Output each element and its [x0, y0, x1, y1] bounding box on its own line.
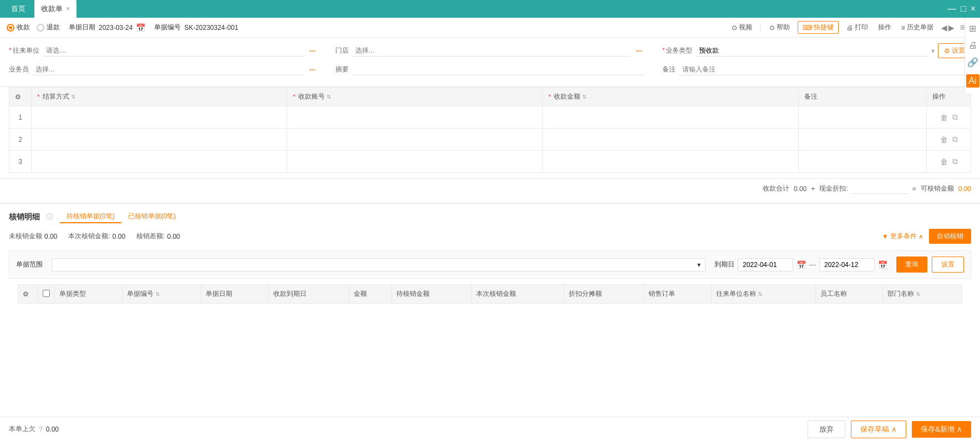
form-row-1: *往来单位 ··· 门店 ··· *业务类型 ▾ [9, 43, 971, 58]
window-maximize[interactable]: □ [961, 4, 966, 14]
tab-active[interactable]: 收款单 × [34, 0, 76, 18]
row-amount[interactable] [543, 129, 798, 151]
date-from-input[interactable] [738, 258, 793, 271]
row-amount[interactable] [543, 151, 798, 173]
sidebar-table-icon[interactable]: ⊞ [969, 23, 976, 34]
delete-icon[interactable]: 🗑 [940, 113, 948, 122]
right-sidebar: ⊞ 🖨 🔗 Ai [964, 18, 980, 93]
this-time-stat: 本次核销金额: 0.00 [68, 232, 125, 241]
bottom-col-counterpart: 往来单位名称⇅ [712, 285, 816, 304]
radio-refund[interactable]: 退款 [37, 23, 60, 32]
print-btn[interactable]: 🖨 打印 [844, 22, 870, 33]
chevron-down-icon[interactable]: ▾ [931, 47, 935, 55]
filter-settings-btn[interactable]: 设置 [932, 257, 964, 273]
hexiao-tabs: 待核销单据(0笔) 已核销单据(0笔) [60, 211, 182, 223]
radio-refund-label: 退款 [47, 23, 60, 32]
window-close[interactable]: × [971, 4, 976, 14]
info-icon[interactable]: ⓘ [47, 212, 53, 222]
query-btn[interactable]: 查询 [896, 257, 927, 273]
row-amount[interactable] [543, 106, 798, 129]
tab-close-icon[interactable]: × [66, 0, 70, 18]
row-settlement[interactable] [32, 129, 287, 151]
salesperson-field: 业务员 ··· [9, 64, 318, 75]
quota-info-icon[interactable]: ? [39, 425, 43, 433]
abandon-btn[interactable]: 放弃 [808, 421, 845, 438]
tab-pending[interactable]: 待核销单据(0笔) [60, 211, 121, 223]
more-conditions-label: 更多条件 [890, 232, 917, 241]
discount-input[interactable] [853, 183, 908, 194]
counterpart-more-btn[interactable]: ··· [307, 47, 318, 55]
summary-input[interactable] [352, 64, 644, 75]
bottom-col-type: 单据类型 [55, 285, 122, 304]
save-draft-btn[interactable]: 保存草稿 ∧ [851, 421, 906, 438]
bottom-gear-icon[interactable]: ⚙ [23, 290, 29, 298]
toolbar: 收款 退款 单据日期 2023-03-24 📅 单据编号 SK-20230324… [0, 18, 980, 38]
sidebar-ai-icon[interactable]: Ai [966, 74, 979, 88]
copy-icon[interactable]: ⧉ [952, 157, 958, 166]
notes-input[interactable] [679, 64, 971, 75]
salesperson-input[interactable] [32, 64, 304, 75]
notes-field: 备注 [662, 64, 971, 75]
save-chevron-icon: ∧ [957, 425, 962, 433]
tab-done[interactable]: 已核销单据(0笔) [121, 211, 183, 223]
save-new-btn[interactable]: 保存&新增 ∧ [912, 421, 971, 438]
sidebar-print-icon[interactable]: 🖨 [968, 40, 977, 50]
radio-receipt[interactable]: 收款 [7, 23, 30, 32]
range-select[interactable]: ▾ [52, 258, 706, 271]
save-label: 保存&新增 [921, 424, 955, 434]
row-settlement[interactable] [32, 151, 287, 173]
net-label: 可核销金额 [921, 184, 954, 193]
radio-refund-circle [37, 24, 44, 32]
date-field: 单据日期 2023-03-24 📅 [69, 23, 145, 32]
row-settlement[interactable] [32, 106, 287, 129]
salesperson-label: 业务员 [9, 65, 29, 74]
row-account[interactable] [287, 129, 543, 151]
prev-arrow[interactable]: ◀ [941, 23, 947, 32]
select-all-checkbox[interactable] [43, 290, 50, 297]
next-arrow[interactable]: ▶ [948, 23, 955, 32]
cal-from-icon[interactable]: 📅 [797, 260, 806, 269]
row-notes[interactable] [798, 106, 926, 129]
date-to-input[interactable] [819, 258, 875, 271]
shop-input[interactable] [352, 45, 630, 57]
bottom-col-due-date: 收款到期日 [269, 285, 349, 304]
operations-label: 操作 [878, 23, 891, 32]
bottom-col-settings: ⚙ [18, 285, 38, 304]
row-account[interactable] [287, 151, 543, 173]
due-date-label: 到期日 [714, 260, 734, 269]
salesperson-more-btn[interactable]: ··· [307, 65, 318, 74]
cal-to-icon[interactable]: 📅 [878, 260, 887, 269]
table-gear-icon[interactable]: ⚙ [15, 93, 21, 101]
row-num: 1 [9, 106, 32, 129]
calendar-icon[interactable]: 📅 [136, 23, 145, 32]
auto-hexiao-btn[interactable]: 自动核销 [929, 229, 971, 244]
number-field: 单据编号 SK-20230324-001 [154, 23, 238, 32]
more-conditions-btn[interactable]: ▼ 更多条件 ∧ [882, 232, 923, 241]
operations-btn[interactable]: 操作 [876, 22, 894, 33]
copy-icon[interactable]: ⧉ [952, 135, 958, 144]
shortcut-btn[interactable]: ⌨ 快捷键 [798, 21, 839, 34]
row-account[interactable] [287, 106, 543, 129]
shop-more-btn[interactable]: ··· [634, 47, 645, 55]
window-minimize[interactable]: — [947, 4, 956, 14]
hexiao-title: 核销明细 [9, 212, 40, 222]
shop-field: 门店 ··· [335, 45, 644, 57]
date-separator: — [809, 261, 816, 269]
counterpart-input[interactable] [43, 45, 304, 57]
quota-value: 0.00 [46, 425, 59, 433]
copy-icon[interactable]: ⧉ [952, 112, 958, 122]
quota-label: 本单上欠 [9, 424, 35, 434]
row-notes[interactable] [798, 151, 926, 173]
tab-home[interactable]: 首页 [4, 0, 32, 18]
row-notes[interactable] [798, 129, 926, 151]
this-time-label: 本次核销金额: [68, 232, 110, 241]
business-type-value[interactable] [696, 45, 929, 57]
delete-icon[interactable]: 🗑 [940, 157, 948, 166]
help-btn[interactable]: ⊙ 帮助 [767, 22, 792, 33]
sidebar-link-icon[interactable]: 🔗 [967, 57, 978, 68]
delete-icon[interactable]: 🗑 [940, 135, 948, 144]
history-btn[interactable]: ≡ 历史单据 [899, 22, 936, 33]
diff-label: 核销差额: [136, 232, 165, 241]
filter-date: 到期日 📅 — 📅 [714, 258, 887, 271]
video-btn[interactable]: ⊙ 视频 [729, 22, 754, 33]
